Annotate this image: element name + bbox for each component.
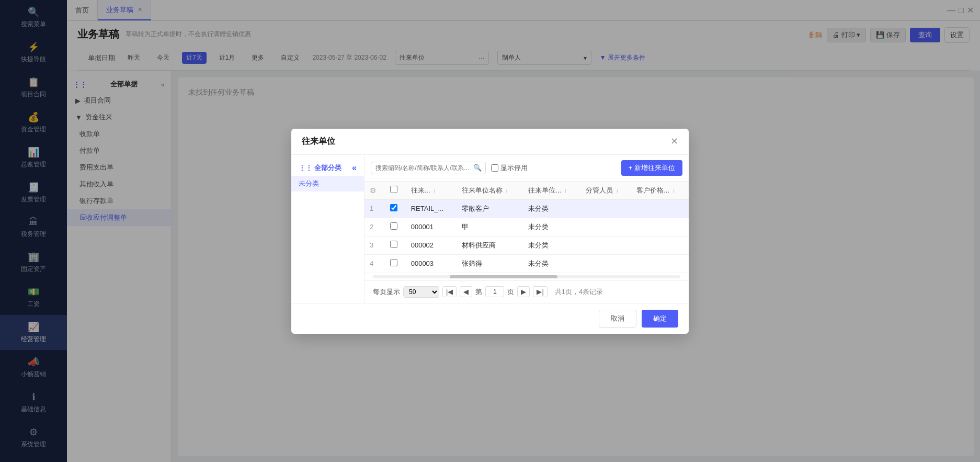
- cancel-button[interactable]: 取消: [599, 310, 636, 328]
- search-wrap: 🔍: [371, 162, 486, 174]
- row-checkbox-cell: [385, 236, 406, 254]
- row-code: 000003: [406, 254, 457, 273]
- row-code: 000001: [406, 218, 457, 236]
- table-container: ⚙ 往来... ↕ 往来单位名称 ↕ 往来单位... ↕ 分管人员 ↕ 客户价格…: [364, 182, 689, 273]
- modal-overlay[interactable]: 往来单位 ✕ ⋮⋮ 全部分类 « 未分类: [0, 0, 980, 462]
- page-number-label: 第: [475, 287, 482, 297]
- category-panel-title: ⋮⋮ 全部分类 «: [291, 160, 364, 176]
- category-collapse-btn[interactable]: «: [352, 163, 357, 173]
- col-name[interactable]: 往来单位名称 ↕: [457, 182, 523, 200]
- select-all-checkbox[interactable]: [390, 186, 397, 193]
- table-row[interactable]: 4 000003 张筛得 未分类: [364, 254, 689, 273]
- row-name: 张筛得: [457, 254, 523, 273]
- modal-footer: 取消 确定: [291, 303, 689, 334]
- counterpart-table: ⚙ 往来... ↕ 往来单位名称 ↕ 往来单位... ↕ 分管人员 ↕ 客户价格…: [364, 182, 689, 273]
- row-num: 4: [364, 254, 385, 273]
- row-price-level: [631, 254, 689, 273]
- page-last-btn[interactable]: ▶|: [533, 286, 547, 297]
- category-item-uncategorized[interactable]: 未分类: [291, 176, 364, 191]
- show-disabled-text: 显示停用: [500, 163, 528, 173]
- row-checkbox[interactable]: [390, 241, 397, 248]
- col-manager[interactable]: 分管人员 ↕: [580, 182, 631, 200]
- category-panel: ⋮⋮ 全部分类 « 未分类: [291, 155, 364, 303]
- row-manager: [580, 199, 631, 218]
- table-row[interactable]: 3 000002 材料供应商 未分类: [364, 236, 689, 254]
- row-checkbox[interactable]: [390, 204, 397, 211]
- row-category: 未分类: [523, 218, 580, 236]
- modal-header: 往来单位 ✕: [291, 129, 689, 155]
- page-number-input[interactable]: [485, 286, 504, 297]
- row-checkbox[interactable]: [390, 222, 397, 230]
- pagination: 每页显示 50 10 20 100 |◀ ◀ 第 页 ▶ ▶| 共1页，4条记录: [364, 280, 689, 303]
- table-row[interactable]: 1 RETAIL_... 零散客户 未分类: [364, 199, 689, 218]
- row-name: 零散客户: [457, 199, 523, 218]
- total-info: 共1页，4条记录: [555, 287, 603, 297]
- row-category: 未分类: [523, 236, 580, 254]
- table-scrollbar[interactable]: [373, 275, 680, 278]
- row-checkbox-cell: [385, 199, 406, 218]
- row-name: 甲: [457, 218, 523, 236]
- show-disabled-checkbox[interactable]: [491, 164, 498, 172]
- search-input[interactable]: [371, 162, 486, 174]
- page-size-select[interactable]: 50 10 20 100: [403, 286, 439, 298]
- col-category[interactable]: 往来单位... ↕: [523, 182, 580, 200]
- row-price-level: [631, 218, 689, 236]
- counterpart-modal: 往来单位 ✕ ⋮⋮ 全部分类 « 未分类: [291, 129, 689, 334]
- confirm-button[interactable]: 确定: [642, 310, 678, 328]
- row-category: 未分类: [523, 199, 580, 218]
- row-manager: [580, 218, 631, 236]
- category-grid-icon: ⋮⋮: [299, 164, 312, 172]
- page-size-label: 每页显示: [373, 287, 400, 297]
- table-row[interactable]: 2 000001 甲 未分类: [364, 218, 689, 236]
- page-label: 页: [507, 287, 514, 297]
- data-panel: 🔍 显示停用 + 新增往来单位 ⚙: [364, 155, 689, 303]
- search-icon: 🔍: [473, 164, 482, 172]
- page-first-btn[interactable]: |◀: [442, 286, 457, 297]
- row-checkbox-cell: [385, 218, 406, 236]
- col-gear: ⚙: [364, 182, 385, 200]
- row-checkbox-cell: [385, 254, 406, 273]
- add-counterpart-button[interactable]: + 新增往来单位: [621, 160, 682, 176]
- col-price-level[interactable]: 客户价格... ↕: [631, 182, 689, 200]
- modal-body: ⋮⋮ 全部分类 « 未分类 🔍 显示停: [291, 155, 689, 303]
- data-toolbar: 🔍 显示停用 + 新增往来单位: [364, 155, 689, 182]
- row-code: 000002: [406, 236, 457, 254]
- scrollbar-thumb[interactable]: [450, 275, 557, 278]
- row-price-level: [631, 199, 689, 218]
- row-manager: [580, 236, 631, 254]
- page-prev-btn[interactable]: ◀: [460, 286, 472, 297]
- row-name: 材料供应商: [457, 236, 523, 254]
- row-num: 3: [364, 236, 385, 254]
- page-next-btn[interactable]: ▶: [517, 286, 530, 297]
- modal-close-button[interactable]: ✕: [670, 137, 678, 146]
- gear-icon[interactable]: ⚙: [370, 186, 377, 195]
- row-checkbox[interactable]: [390, 259, 397, 266]
- row-price-level: [631, 236, 689, 254]
- col-code[interactable]: 往来... ↕: [406, 182, 457, 200]
- col-select: [385, 182, 406, 200]
- row-code: RETAIL_...: [406, 199, 457, 218]
- row-category: 未分类: [523, 254, 580, 273]
- category-title-label: 全部分类: [314, 163, 341, 173]
- modal-title: 往来单位: [302, 136, 335, 147]
- row-num: 2: [364, 218, 385, 236]
- row-num: 1: [364, 199, 385, 218]
- show-disabled-label[interactable]: 显示停用: [491, 163, 528, 173]
- row-manager: [580, 254, 631, 273]
